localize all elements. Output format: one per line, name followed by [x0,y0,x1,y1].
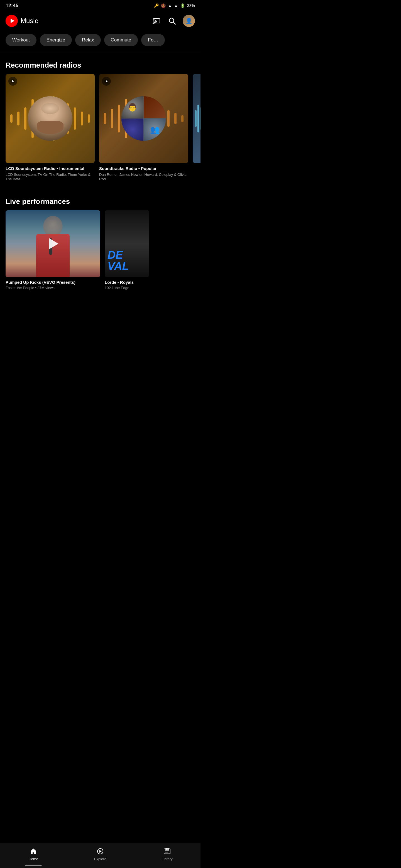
live-performances-section: Live performances [0,186,200,294]
video-bg-2: DEVAL [105,210,149,277]
video-card-title-lorde: Lorde - Royals [105,280,149,285]
radio-bg-3 [193,74,200,163]
chip-relax[interactable]: Relax [75,34,101,46]
radio-bg-1 [6,74,95,163]
radio-card-soundtracks[interactable]: 👨 👥 Soundtracks Radio • Popular Dan Rome… [99,74,188,182]
radio-card-title-soundtracks: Soundtracks Radio • Popular [99,166,188,172]
video-card-subtitle-pumped-up-kicks: Foster the People • 37M views [6,286,100,290]
waveform-bar [174,113,176,124]
radio-play-icon-soundtracks [102,77,111,86]
battery-percent: 33% [187,3,195,8]
recommended-radios-section: Recommended radios [0,54,200,186]
waveform-bar [118,104,120,132]
avatar[interactable]: 👤 [183,15,195,27]
play-triangle [49,238,58,249]
signal-icon: ▲ [174,3,178,8]
video-card-pumped-up-kicks[interactable]: Pumped Up Kicks (VEVO Presents) Foster t… [6,210,100,290]
radio-card-subtitle-lcd: LCD Soundsystem, TV On The Radio, Thom Y… [6,173,95,182]
waveform-bar [88,114,90,123]
status-time: 12:45 [6,3,18,9]
radio-card-image-tune [193,74,200,163]
radio-cards-row: LCD Soundsystem Radio • Instrumental LCD… [0,74,200,182]
radio-card-lcd[interactable]: LCD Soundsystem Radio • Instrumental LCD… [6,74,95,182]
radio-card-info-soundtracks: Soundtracks Radio • Popular Dan Romer, J… [99,163,188,182]
waveform-bar [10,114,12,123]
app-header: Music 👤 [0,11,200,31]
svg-line-5 [173,22,175,24]
video-card-info-pumped-up-kicks: Pumped Up Kicks (VEVO Presents) Foster t… [6,277,100,290]
video-card-subtitle-lorde: 102.1 the Edge [105,286,149,290]
radio-card-image-lcd [6,74,95,163]
play-button-pumped-up-kicks[interactable] [45,235,61,252]
radio-card-subtitle-soundtracks: Dan Romer, James Newton Howard, Coldplay… [99,173,188,182]
waveform-bar [167,110,170,127]
radio-card-tune[interactable] [193,74,200,182]
waveform-bar [17,112,20,125]
waveform-bar [195,110,197,127]
chip-focus[interactable]: Fo… [141,34,165,46]
app-name: Music [21,17,38,25]
artist-circle-soundtracks: 👨 👥 [121,96,166,141]
waveform-bar [197,104,199,132]
radio-play-icon-lcd [8,77,17,86]
video-thumbnail-lorde: DEVAL [105,210,149,277]
video-thumbnail-pumped-up-kicks [6,210,100,277]
waveform-bar [74,107,76,130]
radio-card-title-lcd: LCD Soundsystem Radio • Instrumental [6,166,95,172]
recommended-radios-title: Recommended radios [0,61,200,74]
waveform-bar [200,107,200,130]
radio-card-image-soundtracks: 👨 👥 [99,74,188,163]
artist-circle-lcd [28,96,73,141]
wifi-icon: ▲ [168,3,172,8]
video-card-info-lorde: Lorde - Royals 102.1 the Edge [105,277,149,290]
search-button[interactable] [167,16,177,26]
video-card-title-pumped-up-kicks: Pumped Up Kicks (VEVO Presents) [6,280,100,285]
chip-commute[interactable]: Commute [104,34,138,46]
video-card-lorde[interactable]: DEVAL Lorde - Royals 102.1 the Edge [105,210,149,290]
waveform-bar [24,107,26,130]
waveform-bar [104,113,106,124]
nav-spacer [0,294,200,328]
waveform-tune [193,74,200,163]
video-cards-row: Pumped Up Kicks (VEVO Presents) Foster t… [0,210,200,290]
status-bar: 12:45 🔑 🔕 ▲ ▲ 🔋 33% [0,0,200,11]
waveform-bar [111,109,113,128]
cast-button[interactable] [151,16,162,26]
battery-icon: 🔋 [180,3,185,8]
youtube-music-logo [6,15,18,27]
chip-energize[interactable]: Energize [40,34,72,46]
key-icon: 🔑 [154,3,159,8]
svg-point-3 [152,23,154,24]
header-actions: 👤 [151,15,195,27]
logo: Music [6,15,38,27]
mute-icon: 🔕 [161,3,166,8]
de-vals-text: DEVAL [108,249,129,272]
waveform-bar [81,112,83,125]
filter-bar: Workout Energize Relax Commute Fo… [0,31,200,50]
waveform-bar [181,115,183,122]
radio-card-info-lcd: LCD Soundsystem Radio • Instrumental LCD… [6,163,95,182]
radio-bg-2: 👨 👥 [99,74,188,163]
live-performances-title: Live performances [0,197,200,210]
status-icons: 🔑 🔕 ▲ ▲ 🔋 33% [154,3,195,8]
chip-workout[interactable]: Workout [6,34,36,46]
